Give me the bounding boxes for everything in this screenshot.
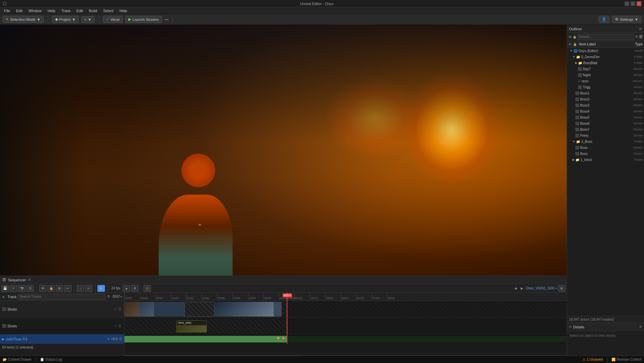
tree-item-boss1[interactable]: ⬛ Boss1 Device	[567, 90, 644, 96]
menu-select[interactable]: Select	[100, 8, 116, 13]
seq-fps-settings-btn[interactable]: ▲	[123, 285, 130, 292]
output-log-button[interactable]: 📋 Output Log	[40, 358, 62, 361]
outliner-eye-col: 👁	[568, 43, 573, 46]
seq-anim-btn[interactable]: ▷	[85, 285, 92, 292]
tree-item-0demoflor[interactable]: ▼ 📁 0_DemoFlor Folder	[567, 54, 644, 60]
jellotime-menu-btn[interactable]: ☰	[119, 337, 122, 341]
tree-item-onyx2[interactable]: ✓ onyx Verse©	[567, 78, 644, 84]
ruler-tick-624: 0624	[325, 293, 333, 300]
outliner-close-button[interactable]: ✕	[639, 27, 642, 31]
track-search-input[interactable]	[18, 294, 106, 300]
ruler-tick-576: 0576	[310, 293, 318, 300]
tree-item-peely[interactable]: ⬛ Peely Device	[567, 132, 644, 138]
menu-build[interactable]: Build	[86, 8, 100, 13]
menu-help2[interactable]: Help	[117, 8, 130, 13]
seq-view-btn[interactable]: 👁	[39, 285, 46, 292]
ruler-tick-240: 0240	[202, 293, 209, 300]
ruler-tick-336: 0336	[233, 293, 240, 300]
menu-file[interactable]: File	[1, 8, 13, 13]
selection-mode-button[interactable]: ↖ Selection Mode ▼	[3, 16, 44, 23]
tree-item-dayt[interactable]: ⬛ DayT Device	[567, 66, 644, 72]
seq-render-btn[interactable]: 🎥	[144, 285, 151, 292]
tree-item-3boss-child1[interactable]: ⬛ Boss Device	[567, 145, 644, 151]
menu-edit2[interactable]: Edit	[74, 8, 86, 13]
tree-item-boss4[interactable]: ⬛ Boss4 Device	[567, 108, 644, 114]
track-shots-2[interactable]: ⬛ Shots + ☰	[0, 318, 124, 334]
menu-track[interactable]: Track	[58, 8, 73, 13]
tree-item-boss3[interactable]: ⬛ Boss3 Device	[567, 102, 644, 108]
shots-1-menu-btn[interactable]: ☰	[118, 307, 122, 312]
seq-cursor-btn[interactable]: ↖	[97, 285, 105, 292]
details-title: Details	[573, 325, 639, 329]
clip-2-hatched[interactable]	[184, 302, 214, 317]
tree-item-3boss-child2[interactable]: ⬛ Boss Device	[567, 151, 644, 157]
shots-2-add-btn[interactable]: +	[114, 323, 117, 328]
shots-1-add-btn[interactable]: +	[114, 307, 117, 312]
outliner-eye-icon[interactable]: 👁	[568, 35, 572, 39]
jellotime-add-btn[interactable]: +	[107, 337, 110, 341]
after-playhead-2	[288, 319, 567, 333]
ruler-tick-672: 0672	[341, 293, 349, 300]
track-jellotime[interactable]: ▶ JelloTime 0.1 + +0.0 ☰	[0, 334, 124, 344]
tree-item-boss6[interactable]: ⬛ Boss6 Device	[567, 120, 644, 126]
launch-session-button[interactable]: ▶ Launch Session	[125, 16, 162, 23]
tree-item-night[interactable]: ⬛ Night Device	[567, 72, 644, 78]
maximize-button[interactable]: □	[631, 1, 635, 6]
seq-save-btn[interactable]: 💾	[1, 285, 9, 292]
clip-3[interactable]	[214, 302, 282, 317]
unsaved-status[interactable]: ⚠ 1 Unsaved	[582, 358, 603, 361]
seq-playback-opts-btn[interactable]: ⚙	[131, 285, 138, 292]
sequencer-close-button[interactable]: ✕	[28, 278, 31, 282]
seq-back-btn[interactable]: ↩	[64, 285, 72, 292]
tree-item-3boss-folder[interactable]: ▼ 📁 3_Boss Folder	[567, 138, 644, 145]
add-button[interactable]: + ▼	[81, 16, 94, 23]
verse-button[interactable]: ✓ Verse	[103, 16, 123, 23]
close-button[interactable]: ✕	[637, 1, 641, 6]
menu-help[interactable]: Help	[45, 8, 58, 13]
track-filter-icon[interactable]: ⚗	[107, 295, 110, 298]
outliner-filter-icon[interactable]: ⚗	[635, 35, 638, 39]
tree-item-boss5[interactable]: ⬛ Boss5 Device	[567, 114, 644, 120]
selected-count: 64 items (1 selected)	[0, 344, 124, 351]
clip-label-shot[interactable]: 0041_0051	[176, 320, 207, 332]
status-sep-1	[36, 358, 36, 362]
revision-control-button[interactable]: 🔀 Revision Control	[611, 358, 641, 361]
seq-lock-btn[interactable]: 🔒	[47, 285, 55, 292]
user-icon: 👤	[602, 17, 606, 22]
project-button[interactable]: ◆ Project ▼	[52, 16, 79, 23]
main-settings-button[interactable]: ⚙ Settings ▼	[612, 16, 641, 23]
seq-menu-btn[interactable]: ☰	[27, 285, 34, 292]
seq-new-window-btn[interactable]: ⊞	[558, 285, 565, 292]
tree-arrow-onyx: ▼	[570, 49, 573, 52]
track-header-plus[interactable]: +	[2, 294, 5, 299]
clip-1-thumb	[124, 302, 139, 317]
tree-item-bossblatt[interactable]: ▶ 📁 BossBlatt Folder	[567, 60, 644, 66]
tree-item-1introl[interactable]: ▶ 📁 1_Introl Folder	[567, 157, 644, 163]
content-drawer-button[interactable]: 📂 Content Drawer	[3, 358, 32, 361]
tree-item-boss7[interactable]: ⬛ Boss7 Device	[567, 126, 644, 132]
seq-key-btn[interactable]: ⬦	[77, 285, 84, 292]
minimize-button[interactable]: —	[625, 1, 629, 6]
seq-nav-back-btn[interactable]: ◀	[513, 286, 518, 291]
menu-window[interactable]: Window	[26, 8, 44, 13]
seq-camera-btn[interactable]: 📷	[18, 285, 26, 292]
outliner-lock-icon[interactable]: 🔒	[573, 35, 576, 39]
seq-grid-btn[interactable]: ⊞	[56, 285, 63, 292]
shots-2-menu-btn[interactable]: ☰	[118, 323, 122, 328]
track-shots-1[interactable]: ⬛ Shots + ☰	[0, 301, 124, 318]
seq-nav-fwd-btn[interactable]: ▶	[519, 286, 525, 291]
outliner-seq-icon[interactable]: 🎬	[639, 35, 643, 39]
sequencer-timeline[interactable]: 0000 0048 0096 0144 0192 0240 02	[124, 293, 567, 358]
clip-1[interactable]	[124, 302, 185, 317]
tree-item-onyx[interactable]: ▼ 🌐 Onyx (Editor) World	[567, 48, 644, 54]
toolbar-more-icon[interactable]: •••	[165, 17, 169, 22]
tree-item-boss2[interactable]: ⬛ Boss2 Device	[567, 96, 644, 102]
outliner-search-input[interactable]	[577, 34, 634, 40]
seq-add-track-btn[interactable]: +	[10, 285, 17, 292]
verse-icon-onyx: ✓	[578, 79, 580, 83]
shots-1-buttons: + ☰	[114, 307, 122, 312]
tree-item-trigg[interactable]: ⬛ Trigg Device	[567, 84, 644, 90]
settings-button[interactable]: 👤	[599, 16, 609, 23]
menu-edit[interactable]: Edit	[13, 8, 25, 13]
details-close-button[interactable]: ✕	[639, 325, 642, 329]
